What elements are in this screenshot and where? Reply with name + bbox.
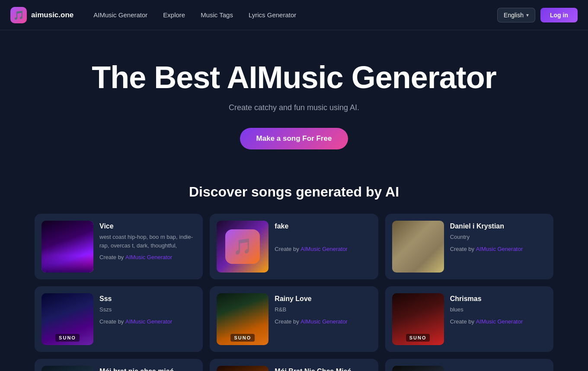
song-thumb-moj3 (392, 366, 444, 371)
song-thumb-moj2 (217, 366, 268, 371)
song-creator-chrismas: Create by AIMusic Generator (450, 318, 546, 325)
fake-app-icon: 🎵 (225, 229, 260, 264)
song-thumb-moj1 (42, 366, 93, 371)
creator-link-rainy[interactable]: AIMusic Generator (300, 318, 347, 325)
song-card-sss[interactable]: SUNO Sss Sszs Create by AIMusic Generato… (35, 286, 203, 352)
nav-links: AIMusic Generator Explore Music Tags Lyr… (87, 8, 302, 22)
song-info-vice: Vice west coast hip-hop, boo m bap, indi… (99, 221, 196, 260)
suno-badge-chrismas: SUNO (406, 334, 430, 342)
song-title-moj2: Mój Brat Nie Chce Mieć (275, 368, 371, 371)
songs-grid: Vice west coast hip-hop, boo m bap, indi… (35, 214, 553, 371)
navbar-left: 🎵 aimusic.one AIMusic Generator Explore … (10, 7, 302, 23)
song-info-moj1: Mój brat nie chce mieć (99, 366, 196, 371)
hero-section: The Best AIMusic Generator Create catchy… (0, 30, 588, 175)
nav-music-tags[interactable]: Music Tags (195, 8, 239, 22)
song-title-daniel: Daniel i Krystian (450, 222, 546, 230)
song-card-fake[interactable]: 🎵 fake Create by AIMusic Generator (210, 214, 378, 279)
song-info-chrismas: Chrismas blues Create by AIMusic Generat… (450, 293, 546, 325)
language-label: English (504, 12, 524, 19)
song-thumb-chrismas: SUNO (392, 293, 444, 345)
logo-text: aimusic.one (31, 11, 74, 19)
song-creator-vice: Create by AIMusic Generator (99, 254, 196, 260)
nav-aimusic-generator[interactable]: AIMusic Generator (87, 8, 153, 22)
song-thumb-fake: 🎵 (217, 221, 268, 273)
logo[interactable]: 🎵 aimusic.one (10, 7, 74, 23)
song-title-sss: Sss (99, 295, 196, 303)
song-info-daniel: Daniel i Krystian Country Create by AIMu… (450, 221, 546, 252)
creator-link-vice[interactable]: AIMusic Generator (125, 254, 172, 260)
song-card-vice[interactable]: Vice west coast hip-hop, boo m bap, indi… (35, 214, 203, 279)
suno-badge-sss: SUNO (55, 334, 80, 342)
nav-explore[interactable]: Explore (157, 8, 191, 22)
chevron-down-icon: ▾ (526, 12, 529, 18)
creator-link-fake[interactable]: AIMusic Generator (300, 246, 347, 252)
login-button[interactable]: Log in (540, 8, 578, 22)
song-card-moj1[interactable]: Mój brat nie chce mieć (35, 359, 203, 371)
song-genre-sss: Sszs (99, 305, 196, 314)
song-title-vice: Vice (99, 222, 196, 230)
song-title-rainy: Rainy Love (275, 295, 371, 303)
song-info-rainy: Rainy Love R&B Create by AIMusic Generat… (275, 293, 371, 325)
creator-link-chrismas[interactable]: AIMusic Generator (476, 318, 523, 325)
song-thumb-vice (42, 221, 93, 273)
song-title-fake: fake (275, 222, 371, 230)
song-card-daniel[interactable]: Daniel i Krystian Country Create by AIMu… (385, 214, 553, 279)
song-info-moj2: Mój Brat Nie Chce Mieć (275, 366, 371, 371)
song-creator-fake: Create by AIMusic Generator (275, 246, 371, 252)
nav-lyrics-generator[interactable]: Lyrics Generator (243, 8, 302, 22)
song-card-chrismas[interactable]: SUNO Chrismas blues Create by AIMusic Ge… (385, 286, 553, 352)
creator-link-daniel[interactable]: AIMusic Generator (476, 246, 523, 252)
song-thumb-rainy: SUNO (217, 293, 268, 345)
discover-title: Discover songs generated by AI (35, 184, 553, 200)
navbar-right: English ▾ Log in (497, 8, 578, 22)
discover-section: Discover songs generated by AI Vice west… (0, 175, 588, 371)
song-thumb-daniel (392, 221, 444, 273)
song-info-sss: Sss Sszs Create by AIMusic Generator (99, 293, 196, 325)
song-title-chrismas: Chrismas (450, 295, 546, 303)
song-creator-rainy: Create by AIMusic Generator (275, 318, 371, 325)
song-creator-daniel: Create by AIMusic Generator (450, 246, 546, 252)
creator-link-sss[interactable]: AIMusic Generator (125, 318, 172, 325)
navbar: 🎵 aimusic.one AIMusic Generator Explore … (0, 0, 588, 30)
logo-icon: 🎵 (10, 7, 27, 23)
song-card-moj2[interactable]: Mój Brat Nie Chce Mieć (210, 359, 378, 371)
song-genre-fake (275, 233, 371, 241)
song-genre-daniel: Country (450, 233, 546, 241)
song-info-fake: fake Create by AIMusic Generator (275, 221, 371, 252)
hero-subtitle: Create catchy and fun music using AI. (10, 103, 578, 112)
hero-title: The Best AIMusic Generator (10, 60, 578, 95)
song-creator-sss: Create by AIMusic Generator (99, 318, 196, 325)
song-title-moj1: Mój brat nie chce mieć (99, 368, 196, 371)
song-genre-rainy: R&B (275, 305, 371, 314)
song-thumb-sss: SUNO (42, 293, 93, 345)
song-genre-chrismas: blues (450, 305, 546, 314)
song-card-moj3[interactable] (385, 359, 553, 371)
song-card-rainy[interactable]: SUNO Rainy Love R&B Create by AIMusic Ge… (210, 286, 378, 352)
song-genre-vice: west coast hip-hop, boo m bap, indie-rap… (99, 233, 196, 250)
language-selector[interactable]: English ▾ (497, 8, 535, 22)
make-song-button[interactable]: Make a song For Free (240, 128, 348, 149)
song-info-moj3 (450, 366, 546, 370)
suno-badge-rainy: SUNO (230, 334, 255, 342)
